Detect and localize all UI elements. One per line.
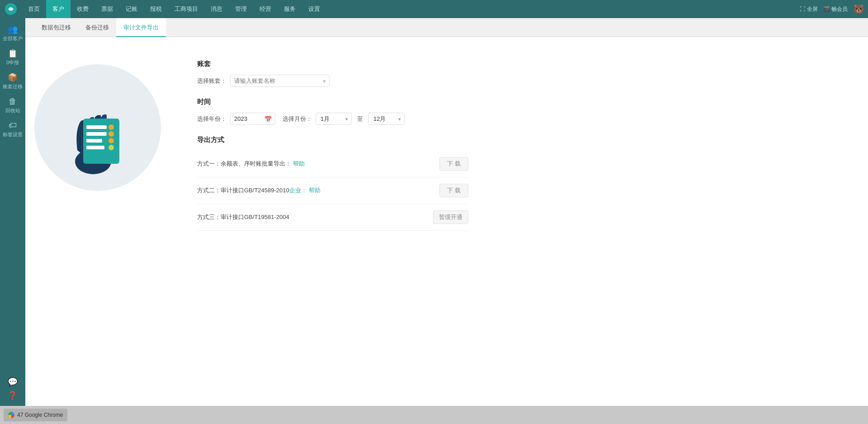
- export-method-2: 方式二：审计接口GB/T24589-2010企业：帮助 下 载: [197, 177, 468, 204]
- sidebar-bottom-icon1[interactable]: 💬: [8, 377, 18, 387]
- nav-operation[interactable]: 经营: [253, 0, 278, 18]
- nav-bookkeeping[interactable]: 记账: [119, 0, 144, 18]
- nav-client[interactable]: 客户: [46, 0, 71, 18]
- download-button-2[interactable]: 下 载: [439, 184, 468, 197]
- page-content: 账套 选择账套： ▾ 时间 选择年份： 📅 选择月份：: [25, 37, 868, 406]
- top-navigation: 首页 客户 收费 票据 记账 报税 工商项目 消息 管理 经营 服务 设置 ⛶ …: [0, 0, 868, 18]
- export-section-title: 导出方式: [197, 136, 468, 144]
- dropdown-icon: ▾: [323, 77, 326, 84]
- content-area: 数据包迁移 备份迁移 审计文件导出: [25, 18, 868, 406]
- month-end-wrap: 1月2月3月4月 5月6月7月8月 9月10月11月12月: [368, 113, 405, 125]
- account-migration-icon: 📦: [8, 73, 18, 81]
- export-method-1: 方式一：余额表、序时账批量导出：帮助 下 载: [197, 151, 468, 177]
- account-row: 选择账套： ▾: [197, 75, 468, 87]
- tab-data-migration[interactable]: 数据包迁移: [34, 18, 78, 37]
- nav-invoice[interactable]: 票据: [95, 0, 119, 18]
- logo: [4, 2, 18, 16]
- account-input-wrap: ▾: [230, 75, 330, 87]
- tab-backup-migration[interactable]: 备份迁移: [78, 18, 116, 37]
- svg-point-8: [108, 131, 114, 137]
- account-section-title: 账套: [197, 60, 468, 68]
- top-nav-right: ⛶ 全屏 🎬 畅会员 🐻: [800, 4, 864, 14]
- nav-message[interactable]: 消息: [204, 0, 229, 18]
- sidebar-item-label: 账套迁移: [3, 83, 23, 90]
- illustration: [34, 64, 161, 191]
- taskbar-chrome[interactable]: 47 Google Chrome: [4, 409, 67, 421]
- year-label: 选择年份：: [197, 115, 226, 123]
- account-input[interactable]: [230, 75, 330, 87]
- sidebar-item-account-migration[interactable]: 📦 账套迁移: [0, 70, 25, 94]
- sidebar: 👥 全部客户 📋 0申报 📦 账套迁移 🗑 回收站 🏷 标签设置 💬 ❓: [0, 18, 25, 406]
- sidebar-item-recycle[interactable]: 🗑 回收站: [0, 94, 25, 118]
- sidebar-item-label: 全部客户: [3, 35, 23, 42]
- svg-rect-6: [86, 146, 104, 149]
- form-panel: 账套 选择账套： ▾ 时间 选择年份： 📅 选择月份：: [197, 55, 468, 231]
- fullscreen-button[interactable]: ⛶ 全屏: [800, 5, 817, 13]
- nav-items: 首页 客户 收费 票据 记账 报税 工商项目 消息 管理 经营 服务 设置: [22, 0, 800, 18]
- time-section-title: 时间: [197, 98, 468, 106]
- export-method-2-label: 方式二：审计接口GB/T24589-2010企业：帮助: [197, 186, 321, 195]
- help-link-2[interactable]: 帮助: [309, 187, 321, 194]
- nav-fee[interactable]: 收费: [71, 0, 95, 18]
- svg-point-9: [108, 138, 114, 143]
- svg-rect-4: [86, 132, 107, 136]
- account-label: 选择账套：: [197, 77, 226, 85]
- month-end-select[interactable]: 1月2月3月4月 5月6月7月8月 9月10月11月12月: [368, 113, 405, 125]
- month-start-wrap: 1月2月3月4月 5月6月7月8月 9月10月11月12月: [316, 113, 352, 125]
- export-method-3-label: 方式三：审计接口GB/T19581-2004: [197, 213, 289, 221]
- user-avatar[interactable]: 🐻: [853, 4, 864, 14]
- export-method-3: 方式三：审计接口GB/T19581-2004 暂缓开通: [197, 204, 468, 231]
- chrome-icon: [8, 412, 14, 418]
- nav-settings[interactable]: 设置: [302, 0, 326, 18]
- svg-rect-3: [86, 125, 107, 129]
- calendar-icon: 📅: [264, 115, 272, 122]
- sidebar-item-label: 回收站: [5, 107, 20, 114]
- time-row: 选择年份： 📅 选择月份： 1月2月3月4月 5月6月7月8月 9月10月11月…: [197, 113, 468, 125]
- nav-service[interactable]: 服务: [278, 0, 302, 18]
- open-button-3[interactable]: 暂缓开通: [433, 210, 468, 224]
- zero-declare-icon: 📋: [8, 49, 18, 57]
- svg-point-10: [108, 145, 114, 150]
- sidebar-item-all-clients[interactable]: 👥 全部客户: [0, 22, 25, 46]
- nav-tax[interactable]: 报税: [144, 0, 168, 18]
- taskbar-label: 47 Google Chrome: [17, 412, 63, 418]
- tab-bar: 数据包迁移 备份迁移 审计文件导出: [25, 18, 868, 37]
- export-method-1-label: 方式一：余额表、序时账批量导出：帮助: [197, 160, 305, 168]
- vip-button[interactable]: 🎬 畅会员: [823, 5, 848, 13]
- svg-rect-5: [86, 139, 102, 143]
- taskbar: 47 Google Chrome: [0, 406, 868, 424]
- month-start-select[interactable]: 1月2月3月4月 5月6月7月8月 9月10月11月12月: [316, 113, 352, 125]
- sidebar-bottom: 💬 ❓: [8, 377, 18, 406]
- all-clients-icon: 👥: [8, 25, 18, 33]
- nav-business[interactable]: 工商项目: [168, 0, 204, 18]
- sidebar-item-label: 标签设置: [3, 131, 23, 138]
- sidebar-item-label: 0申报: [6, 59, 19, 66]
- nav-home[interactable]: 首页: [22, 0, 46, 18]
- main-layout: 👥 全部客户 📋 0申报 📦 账套迁移 🗑 回收站 🏷 标签设置 💬 ❓ 数据包…: [0, 18, 868, 406]
- help-link-1[interactable]: 帮助: [293, 160, 305, 167]
- nav-manage[interactable]: 管理: [229, 0, 253, 18]
- year-input-wrap: 📅: [230, 113, 275, 125]
- sidebar-item-tag-settings[interactable]: 🏷 标签设置: [0, 118, 25, 142]
- tab-audit-export[interactable]: 审计文件导出: [116, 18, 166, 37]
- recycle-icon: 🗑: [9, 97, 17, 105]
- to-label: 至: [357, 115, 363, 123]
- company-link[interactable]: 企业：: [289, 187, 307, 194]
- svg-point-7: [108, 124, 114, 130]
- download-button-1[interactable]: 下 载: [439, 157, 468, 171]
- sidebar-bottom-icon2[interactable]: ❓: [8, 391, 18, 400]
- month-label: 选择月份：: [283, 115, 312, 123]
- tag-settings-icon: 🏷: [9, 121, 17, 129]
- sidebar-item-zero-declare[interactable]: 📋 0申报: [0, 46, 25, 70]
